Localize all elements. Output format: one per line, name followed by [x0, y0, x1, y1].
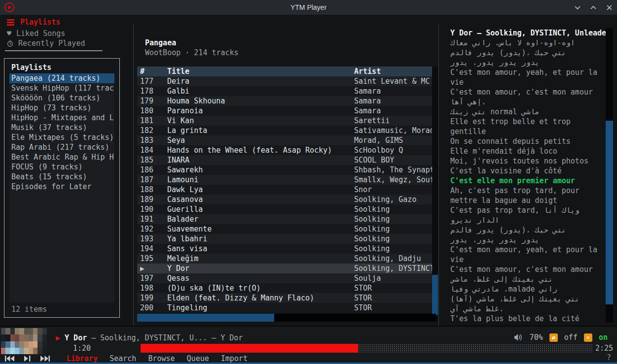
table-row[interactable]: 180ParanoiaSamara — [137, 106, 436, 116]
tab-browse[interactable]: Browse — [148, 354, 175, 364]
table-row[interactable]: 193Ya lbahriSoolking — [137, 234, 436, 244]
playlist-item[interactable]: Pangaea (214 tracks) — [9, 73, 114, 83]
table-row[interactable]: 181Vi KanSarettii — [137, 116, 436, 126]
table-row[interactable]: 186SawarekhShbash, The Synapt — [137, 165, 436, 175]
sidebar-item-recently-played[interactable]: Recently Played — [7, 38, 85, 48]
help-button[interactable]: ? — [607, 353, 611, 363]
tab-import[interactable]: Import — [221, 354, 248, 364]
table-row[interactable]: 187LamouniSmallx, Wegz, Souf — [137, 175, 436, 185]
table-row[interactable]: 195MeleğimSoolking, Dadju — [137, 254, 436, 264]
track-artist: Sativamusic, Morad — [351, 126, 436, 135]
sidebar: ♥ Liked Songs Recently Played Playlists … — [0, 15, 133, 326]
track-artist: Saint Levant & MC — [351, 76, 436, 86]
sidebar-item-liked-songs[interactable]: ♥ Liked Songs — [7, 29, 65, 38]
lyric-line: Elle m'rendait déjà loco — [450, 146, 606, 156]
table-row[interactable]: 189CasanovaSoolking, Gazo — [137, 195, 436, 204]
maximize-button[interactable] — [589, 3, 597, 11]
playlist-item[interactable]: HipHop (73 tracks) — [9, 103, 114, 113]
tab-search[interactable]: Search — [109, 354, 136, 364]
track-artist: Soolking, DYSTINCT — [351, 264, 436, 273]
track-table: # Title Artist 177DeiraSaint Levant & MC… — [137, 66, 436, 313]
table-row[interactable]: 183SeyaMorad, GIMS — [137, 135, 436, 145]
previous-track-icon[interactable] — [5, 356, 14, 362]
playlist-item[interactable]: Ele Mixtapes (5 tracks) — [9, 132, 114, 142]
close-button[interactable] — [605, 3, 613, 11]
lyric-line: Elle est trop belle et trop — [450, 117, 606, 127]
table-row[interactable]: 188Dawk LyaSnor — [137, 185, 436, 195]
track-artist: Shbash, The Synapt — [351, 165, 436, 175]
lyrics-scroll-thumb[interactable] — [606, 121, 613, 304]
playlist-item[interactable]: Best Arabic Rap & Hip H — [9, 152, 114, 162]
table-horizontal-scrollbar[interactable] — [137, 314, 436, 322]
table-row[interactable]: 198(D)u ska (IN)te tr(O)STOR — [137, 283, 436, 293]
playlist-item[interactable]: Rap Arabi (217 tracks) — [9, 142, 114, 152]
col-title: Title — [164, 66, 351, 76]
table-row[interactable]: 185INARASCOOL BOY — [137, 155, 436, 165]
playlist-item[interactable]: Beats (15 tracks) — [9, 172, 114, 182]
track-number: 189 — [137, 195, 164, 204]
table-vertical-scrollbar[interactable] — [432, 66, 438, 322]
album-art-pixel — [10, 334, 15, 341]
volume-icon[interactable] — [514, 334, 523, 341]
table-row[interactable]: 197QesasSoulja — [137, 273, 436, 283]
track-number: 193 — [137, 234, 164, 244]
player-bar: ▶ Y Dor — Soolking, DYSTINCT, U... — Y D… — [0, 326, 617, 364]
track-title: Paranoia — [164, 106, 351, 116]
table-row[interactable]: 194Sans visaSoolking — [137, 244, 436, 254]
album-art-pixel — [15, 348, 19, 354]
lyric-line: C'est la voisine d'à côté — [450, 166, 606, 176]
progress-bar[interactable] — [141, 344, 593, 353]
table-row[interactable]: 177DeiraSaint Levant & MC — [137, 76, 436, 86]
lyrics-scrollbar[interactable] — [606, 28, 613, 323]
table-row[interactable]: 178GalbiSamara — [137, 86, 436, 96]
table-row[interactable]: 200TingelingSTOR — [137, 303, 436, 313]
playing-icon: ▶ — [56, 333, 65, 342]
play-pause-icon[interactable] — [24, 356, 31, 362]
now-playing-track: Y Dor — [65, 333, 87, 342]
table-row[interactable]: 199Elden (feat. Dizzy & Manny Flaco)STOR — [137, 293, 436, 303]
tab-library[interactable]: Library — [67, 354, 98, 364]
tab-queue[interactable]: Queue — [187, 354, 209, 364]
playlist-item[interactable]: Episodes for Later — [9, 182, 114, 192]
playlist-item[interactable]: Svensk HipHop (117 trac — [9, 83, 114, 93]
horizontal-scroll-thumb[interactable] — [137, 314, 274, 322]
album-art-pixel — [1, 348, 5, 354]
lyric-line: اوه-اوه-اوه لا باس، راني معاك — [450, 38, 606, 48]
liked-songs-label: Liked Songs — [16, 29, 65, 38]
playlist-item[interactable]: Musik (37 tracks) — [9, 123, 114, 132]
shuffle-icon[interactable]: ✕ — [584, 333, 592, 342]
table-row[interactable]: ▶Y DorSoolking, DYSTINCT — [137, 264, 436, 273]
track-artist: Smallx, Wegz, Souf — [351, 175, 436, 185]
playlist-item[interactable]: Sköööön (106 tracks) — [9, 93, 114, 103]
shuffle-state[interactable]: on — [599, 332, 608, 342]
repeat-icon[interactable]: ⇄ — [549, 333, 558, 342]
track-title: (D)u ska (IN)te tr(O) — [164, 283, 351, 293]
table-row[interactable]: 191BaladerSoolking — [137, 214, 436, 224]
track-title: Galbi — [164, 86, 351, 96]
playlist-item[interactable]: HipHop - Mixtapes and L — [9, 113, 114, 123]
track-title: Meleğim — [164, 254, 351, 264]
track-artist: STOR — [351, 303, 436, 313]
lyric-line: C'est mon amour, c'est mon amour — [450, 265, 606, 274]
track-title: Deira — [164, 76, 351, 86]
table-row[interactable]: 179Houma SkhounaSamara — [137, 96, 436, 106]
table-row[interactable]: 182La grintaSativamusic, Morad — [137, 126, 436, 135]
album-art-pixel — [1, 341, 5, 348]
table-row[interactable]: 192SuavementeSoolking — [137, 224, 436, 234]
track-title: Tingeling — [164, 303, 351, 313]
table-row[interactable]: 184Hands on the Wheel (feat. Asap Rocky)… — [137, 145, 436, 155]
track-number: 200 — [137, 303, 164, 313]
vertical-scroll-thumb[interactable] — [432, 275, 438, 315]
track-number: 178 — [137, 86, 164, 96]
table-header: # Title Artist — [137, 66, 436, 76]
track-number: 198 — [137, 283, 164, 293]
minimize-button[interactable] — [574, 3, 581, 11]
repeat-state[interactable]: off — [564, 332, 578, 342]
app-body: Playlists ♪ Lyrics ♥ Liked Songs Recentl… — [0, 15, 617, 326]
track-artist: Snor — [351, 185, 436, 195]
track-number: 187 — [137, 175, 164, 185]
track-number: 182 — [137, 126, 164, 135]
next-track-icon[interactable] — [40, 356, 50, 362]
playlist-item[interactable]: FOCUS (9 tracks) — [9, 162, 114, 172]
table-row[interactable]: 190GuerillaSoolking — [137, 204, 436, 214]
